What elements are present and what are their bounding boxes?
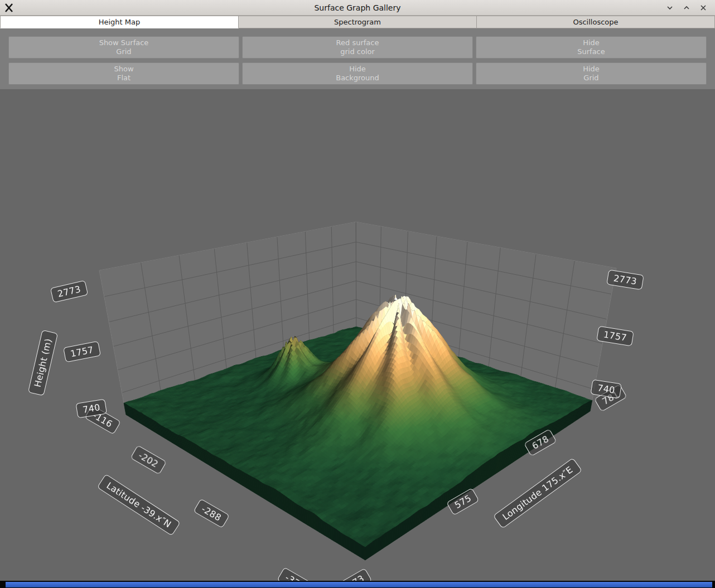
hide-surface-button[interactable]: Hide Surface <box>476 36 707 59</box>
tab-height-map[interactable]: Height Map <box>0 16 239 28</box>
shade-icon[interactable] <box>665 3 675 13</box>
taskbar-blue-bar <box>6 582 712 587</box>
button-label: grid color <box>243 47 472 56</box>
show-surface-grid-button[interactable]: Show Surface Grid <box>8 36 239 59</box>
button-label: Grid <box>476 74 706 82</box>
app-icon <box>4 3 13 12</box>
window-titlebar[interactable]: Surface Graph Gallery <box>0 0 715 16</box>
tab-spectrogram[interactable]: Spectrogram <box>239 16 477 28</box>
maximize-icon[interactable] <box>682 3 692 13</box>
taskbar-strip <box>0 581 715 588</box>
show-flat-button[interactable]: Show Flat <box>8 62 239 85</box>
surface-grid-color-button[interactable]: Red surface grid color <box>242 36 473 59</box>
window-controls <box>665 3 715 13</box>
button-label: Show <box>9 65 239 74</box>
button-label: Hide <box>243 65 472 74</box>
button-label: Hide <box>476 38 706 47</box>
button-label: Grid <box>9 47 239 56</box>
button-label: Background <box>243 74 472 82</box>
close-icon[interactable] <box>698 3 708 13</box>
tab-bar: Height Map Spectrogram Oscilloscope <box>0 16 715 28</box>
window-title: Surface Graph Gallery <box>0 3 715 12</box>
button-label: Hide <box>476 65 706 74</box>
button-label: Show Surface <box>9 38 239 47</box>
desktop: { "window": { "title": "Surface Graph Ga… <box>0 0 715 588</box>
hide-background-button[interactable]: Hide Background <box>242 62 473 85</box>
content-area: Show Surface Grid Red surface grid color… <box>0 28 715 588</box>
hide-grid-button[interactable]: Hide Grid <box>476 62 707 85</box>
button-label: Flat <box>9 74 239 82</box>
button-label: Red surface <box>243 38 472 47</box>
toolbar-button-grid: Show Surface Grid Red surface grid color… <box>8 36 707 85</box>
tab-oscilloscope[interactable]: Oscilloscope <box>477 16 715 28</box>
button-label: Surface <box>476 47 706 56</box>
